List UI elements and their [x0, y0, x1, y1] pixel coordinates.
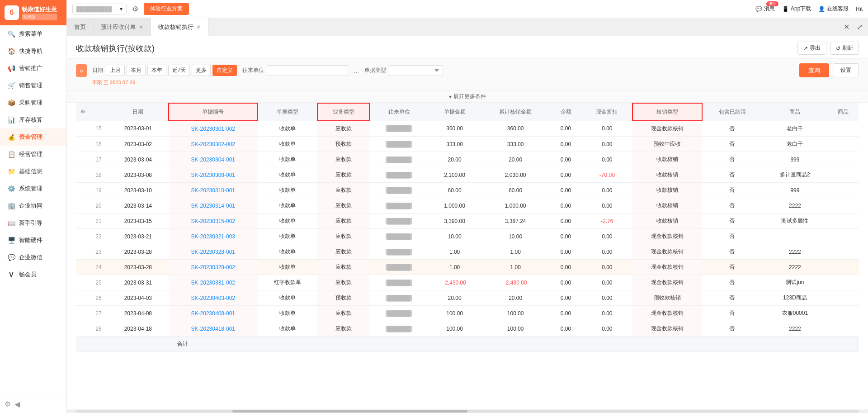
sidebar-item-hardware[interactable]: 🖥️ 智能硬件	[0, 232, 66, 249]
filter-partner-input[interactable]	[267, 65, 348, 76]
table-cell: 0.00	[550, 260, 582, 275]
sidebar-item-inventory[interactable]: 📊 库存核算	[0, 111, 66, 128]
sidebar-item-enterprise[interactable]: 🏢 企业协同	[0, 197, 66, 214]
sidebar-item-search[interactable]: 🔍 搜索菜单	[0, 25, 66, 43]
tab-preorder[interactable]: 预计应收付单 ✕	[94, 18, 151, 36]
bill-no-link[interactable]: SK-20230315-002	[191, 218, 235, 224]
col-verified-header[interactable]: 累计核销金额	[481, 103, 550, 121]
filter-expand-button[interactable]: »	[76, 64, 87, 77]
table-row: 172023-03-04SK-20230304-001收款单应收款██████2…	[76, 152, 859, 167]
refresh-label: 刷新	[842, 44, 853, 52]
filter-date-thisyear[interactable]: 本年	[147, 65, 166, 76]
table-cell: 1.00	[429, 260, 481, 275]
col-partner-header[interactable]: 往来单位	[369, 103, 429, 121]
sidebar-item-operations[interactable]: 📋 经营管理	[0, 146, 66, 163]
app-download-button[interactable]: 📱 App下载	[782, 5, 811, 13]
filter-bill-type-select[interactable]	[389, 65, 443, 76]
table-cell: 2023-03-15	[108, 214, 169, 229]
tabs-expand-icon[interactable]: ⤢	[855, 21, 864, 33]
export-button[interactable]: ↗ 导出	[797, 42, 826, 55]
col-balance-header[interactable]: 余额	[550, 103, 582, 121]
sidebar-item-quicknav[interactable]: 🏠 快捷导航	[0, 43, 66, 60]
table-cell: ██████	[369, 244, 429, 260]
expand-more-button[interactable]: ▾ 展开更多条件	[449, 93, 486, 100]
solution-button[interactable]: 体验行业方案	[144, 3, 189, 15]
online-service-button[interactable]: 👤 在线客服	[818, 5, 849, 13]
table-cell: 0.00	[550, 290, 582, 306]
table-cell: 1,000.00	[481, 198, 550, 214]
table-cell: ██████	[369, 260, 429, 275]
table-cell: 收款单	[258, 214, 317, 229]
sidebar-item-weixin[interactable]: 💬 企业微信	[0, 249, 66, 266]
topbar-right: 💬 消息 99+ 📱 App下载 👤 在线客服 Rit	[755, 5, 863, 13]
col-date-header[interactable]: 日期	[108, 103, 169, 121]
sidebar-item-guide[interactable]: 📖 新手引导	[0, 214, 66, 232]
bill-no-link[interactable]: SK-20230314-001	[191, 203, 235, 209]
table-cell: 0.00	[581, 321, 632, 337]
tab-collection-close-icon[interactable]: ✕	[196, 24, 201, 30]
tab-collection[interactable]: 收款核销执行 ✕	[151, 18, 208, 36]
bill-no-link[interactable]: SK-20230328-001	[191, 249, 235, 255]
sidebar-collapse-icon[interactable]: ◀	[14, 400, 20, 408]
sidebar-item-member[interactable]: V 畅会员	[0, 266, 66, 283]
col-goods-header[interactable]: 商品	[762, 103, 827, 121]
tab-preorder-close-icon[interactable]: ✕	[139, 24, 143, 30]
col-includesettled-header[interactable]: 包含已结清	[702, 103, 763, 121]
table-cell: SK-20230418-001	[169, 321, 258, 337]
bill-no-link[interactable]: SK-20230304-001	[191, 157, 235, 163]
col-goods2-header[interactable]: 商品	[827, 103, 859, 121]
filter-settings-button[interactable]: 设置	[833, 63, 859, 77]
col-cashdiscount-header[interactable]: 现金折扣	[581, 103, 632, 121]
bill-no-link[interactable]: SK-20230408-001	[191, 310, 235, 317]
sidebar-item-sales[interactable]: 🛒 销售管理	[0, 77, 66, 94]
filter-date-lastmonth[interactable]: 上月	[106, 65, 125, 76]
table-cell: 收款核销	[632, 152, 702, 167]
table-cell: 否	[702, 306, 763, 321]
message-button[interactable]: 💬 消息 99+	[755, 5, 775, 13]
table-cell: 2023-03-04	[108, 152, 169, 167]
horizontal-scrollbar[interactable]	[67, 409, 868, 413]
bill-no-link[interactable]: SK-20230418-001	[191, 326, 235, 332]
filter-date-group: 日期 上月 本月 本年 近7天 更多 自定义	[92, 65, 237, 76]
bill-no-link[interactable]: SK-20230308-001	[191, 172, 235, 178]
table-cell: 测试多属性	[762, 214, 827, 229]
col-biztype-header[interactable]: 业务类型	[317, 103, 369, 121]
sidebar-item-purchase[interactable]: 📦 采购管理	[0, 94, 66, 111]
bill-no-link[interactable]: SK-20230302-002	[191, 141, 235, 147]
filter-date-7days[interactable]: 近7天	[168, 65, 190, 76]
table-cell: 0.00	[550, 198, 582, 214]
col-verifytype-header[interactable]: 核销类型	[632, 103, 702, 121]
bill-no-link[interactable]: SK-20230328-002	[191, 264, 235, 271]
sidebar-gear-icon[interactable]: ⚙	[5, 400, 11, 408]
bill-no-link[interactable]: SK-20230403-002	[191, 295, 235, 301]
filter-dots: ...	[354, 67, 359, 74]
col-amount-header[interactable]: 单据金额	[429, 103, 481, 121]
tabs-close-all-icon[interactable]: ✕	[842, 21, 851, 33]
settings-icon[interactable]: ⚙	[130, 3, 140, 15]
home-icon: 🏠	[7, 47, 15, 55]
table-cell: SK-20230315-002	[169, 214, 258, 229]
col-gear-header[interactable]: ⚙	[76, 103, 90, 121]
filter-date-more[interactable]: 更多	[192, 65, 211, 76]
sidebar-item-basic[interactable]: 📁 基础信息	[0, 163, 66, 180]
col-billtype-header[interactable]: 单据类型	[258, 103, 317, 121]
table-row: 262023-04-03SK-20230403-002收款单预收款██████2…	[76, 290, 859, 306]
workspace-selector[interactable]: ██████████ ▾	[72, 4, 127, 14]
tab-home[interactable]: 首页	[67, 18, 94, 36]
filter-date-custom[interactable]: 自定义	[212, 65, 237, 76]
user-account[interactable]: Rit	[856, 6, 863, 12]
bill-no-link[interactable]: SK-20230310-001	[191, 187, 235, 194]
sidebar-item-system[interactable]: ⚙️ 系统管理	[0, 180, 66, 197]
sidebar-item-marketing[interactable]: 📢 营销推广	[0, 60, 66, 77]
bill-no-link[interactable]: SK-20230331-002	[191, 280, 235, 286]
sidebar-item-finance[interactable]: 💰 资金管理	[0, 128, 66, 146]
table-cell	[827, 290, 859, 306]
bill-no-link[interactable]: SK-20230321-003	[191, 233, 235, 240]
table-row: 182023-03-08SK-20230308-001收款单应收款██████2…	[76, 167, 859, 183]
refresh-button[interactable]: ↺ 刷新	[830, 42, 859, 55]
col-billno-header[interactable]: 单据编号	[169, 103, 258, 121]
filter-date-thismonth[interactable]: 本月	[127, 65, 146, 76]
query-button[interactable]: 查询	[799, 63, 829, 77]
bill-no-link[interactable]: SK-20230301-002	[191, 126, 235, 132]
column-settings-icon[interactable]: ⚙	[80, 109, 85, 115]
